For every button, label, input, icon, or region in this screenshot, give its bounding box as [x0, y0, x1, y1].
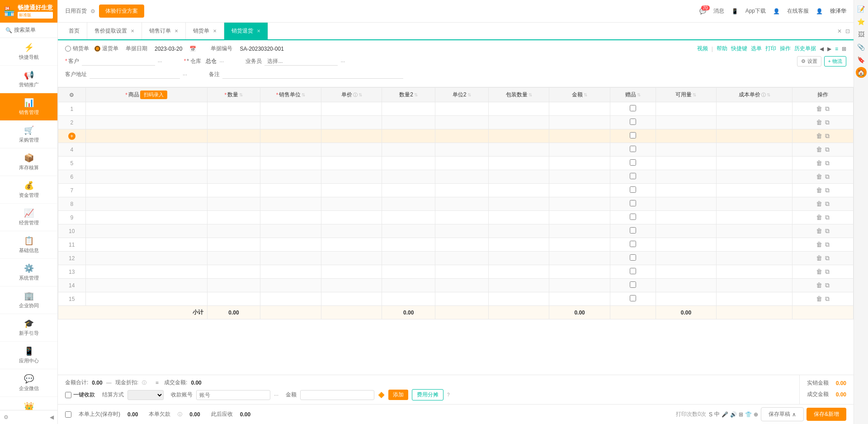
- gift-sort-icon[interactable]: ⇅: [637, 92, 641, 97]
- sale-unit-cell-6[interactable]: [260, 170, 321, 184]
- add-row-icon[interactable]: +: [68, 133, 75, 140]
- unit-price-cell-9[interactable]: [321, 211, 382, 224]
- table-row[interactable]: 11 🗑 ⧉: [58, 238, 854, 252]
- unit-price-cell-12[interactable]: [321, 252, 382, 265]
- gift-checkbox-1[interactable]: [630, 105, 636, 111]
- qty2-cell-9[interactable]: [382, 211, 435, 224]
- available-cell-8[interactable]: [656, 197, 717, 211]
- product-cell-7[interactable]: [85, 184, 207, 197]
- sale-unit-cell-15[interactable]: [260, 292, 321, 306]
- amount-cell-7[interactable]: [549, 184, 610, 197]
- tab-home[interactable]: 首页: [61, 23, 87, 39]
- sale-unit-cell-5[interactable]: [260, 157, 321, 170]
- sidebar-item-basics[interactable]: 📋基础信息: [0, 231, 57, 259]
- account-select-icon[interactable]: ···: [274, 392, 278, 398]
- sidebar-item-wechat[interactable]: 💬企业微信: [0, 369, 57, 397]
- radio-sales[interactable]: 销货单: [65, 45, 89, 52]
- unit-price-cell-7[interactable]: [321, 184, 382, 197]
- toolbar-icon-2[interactable]: 中: [714, 410, 720, 418]
- unit-price-cell-8[interactable]: [321, 197, 382, 211]
- available-cell-15[interactable]: [656, 292, 717, 306]
- save-draft-button[interactable]: 保存草稿 ∧: [761, 407, 804, 421]
- tab-close-sales_return[interactable]: ✕: [257, 29, 260, 33]
- amount-cell-8[interactable]: [549, 197, 610, 211]
- toolbar-icon-3[interactable]: 🎤: [722, 411, 728, 418]
- available-cell-4[interactable]: [656, 143, 717, 157]
- delete-icon-3[interactable]: 🗑: [816, 132, 822, 140]
- pack-qty-cell-7[interactable]: [488, 184, 549, 197]
- pack-qty-cell-13[interactable]: [488, 265, 549, 279]
- qty-cell-1[interactable]: [207, 102, 260, 116]
- tab-sales_order[interactable]: 销售订单✕: [142, 23, 186, 39]
- table-row[interactable]: 5 🗑 ⧉: [58, 157, 854, 170]
- product-cell-11[interactable]: [85, 238, 207, 252]
- unit2-sort-icon[interactable]: ⇅: [467, 92, 471, 97]
- available-cell-3[interactable]: [656, 129, 717, 143]
- collapse-icon[interactable]: ◀: [50, 414, 54, 420]
- toolbar-icon-6[interactable]: 👕: [745, 411, 752, 418]
- remark-input[interactable]: [222, 70, 403, 79]
- table-row[interactable]: + 🗑 ⧉: [58, 129, 854, 143]
- copy-icon-10[interactable]: ⧉: [825, 227, 830, 235]
- copy-icon-9[interactable]: ⧉: [825, 214, 830, 221]
- copy-icon-14[interactable]: ⧉: [825, 281, 830, 289]
- product-cell-15[interactable]: [85, 292, 207, 306]
- available-cell-10[interactable]: [656, 224, 717, 238]
- qty2-cell-6[interactable]: [382, 170, 435, 184]
- copy-icon-3[interactable]: ⧉: [825, 132, 830, 140]
- gear-header-icon[interactable]: ⚙: [69, 92, 74, 98]
- gift-cell-15[interactable]: [610, 292, 656, 306]
- gift-checkbox-12[interactable]: [630, 254, 636, 261]
- unit2-cell-3[interactable]: [435, 129, 489, 143]
- cost-price-cell-13[interactable]: [717, 265, 793, 279]
- sidebar-item-enterprise[interactable]: 🏢企业协同: [0, 286, 57, 314]
- cost-price-cell-10[interactable]: [717, 224, 793, 238]
- qty2-cell-4[interactable]: [382, 143, 435, 157]
- sale-unit-cell-14[interactable]: [260, 279, 321, 292]
- product-cell-3[interactable]: [85, 129, 207, 143]
- qty-cell-2[interactable]: [207, 116, 260, 129]
- cost-price-cell-2[interactable]: [717, 116, 793, 129]
- print-checkbox-label[interactable]: [65, 411, 71, 418]
- qty-cell-12[interactable]: [207, 252, 260, 265]
- delete-icon-5[interactable]: 🗑: [816, 159, 822, 167]
- copy-icon-5[interactable]: ⧉: [825, 159, 830, 167]
- copy-icon-1[interactable]: ⧉: [825, 105, 830, 113]
- product-cell-1[interactable]: [85, 102, 207, 116]
- delete-icon-1[interactable]: 🗑: [816, 105, 822, 113]
- cost-price-cell-3[interactable]: [717, 129, 793, 143]
- qty2-cell-5[interactable]: [382, 157, 435, 170]
- cost-price-cell-6[interactable]: [717, 170, 793, 184]
- unit2-cell-13[interactable]: [435, 265, 489, 279]
- sale-unit-cell-2[interactable]: [260, 116, 321, 129]
- unit-price-cell-5[interactable]: [321, 157, 382, 170]
- address-select-icon[interactable]: ···: [183, 71, 187, 78]
- settings-gear-icon[interactable]: ⚙: [90, 8, 95, 14]
- cost-price-cell-12[interactable]: [717, 252, 793, 265]
- qty2-cell-10[interactable]: [382, 224, 435, 238]
- table-row[interactable]: 15 🗑 ⧉: [58, 292, 854, 306]
- qty-cell-9[interactable]: [207, 211, 260, 224]
- calendar-icon[interactable]: 📅: [189, 46, 196, 52]
- right-panel-icon-2[interactable]: ⭐: [856, 16, 867, 27]
- staff-input[interactable]: [264, 57, 338, 66]
- sale-unit-cell-3[interactable]: [260, 129, 321, 143]
- cost-split-button[interactable]: 费用分摊: [412, 389, 443, 400]
- amount-cell-1[interactable]: [549, 102, 610, 116]
- app-download-label[interactable]: App下载: [745, 7, 766, 15]
- copy-icon-4[interactable]: ⧉: [825, 146, 830, 153]
- operate-link[interactable]: 操作: [780, 45, 791, 52]
- pack-qty-cell-9[interactable]: [488, 211, 549, 224]
- pack-qty-cell-4[interactable]: [488, 143, 549, 157]
- gift-checkbox-10[interactable]: [630, 227, 636, 233]
- select-link[interactable]: 选单: [751, 45, 762, 52]
- unit-price-cell-10[interactable]: [321, 224, 382, 238]
- gift-checkbox-11[interactable]: [630, 241, 636, 247]
- settings-button[interactable]: ⚙ 设置: [797, 56, 821, 67]
- available-sort-icon[interactable]: ⇅: [693, 92, 696, 97]
- unit2-cell-9[interactable]: [435, 211, 489, 224]
- qty-cell-15[interactable]: [207, 292, 260, 306]
- trial-button[interactable]: 体验行业方案: [99, 5, 144, 18]
- gift-checkbox-15[interactable]: [630, 295, 636, 301]
- pack-qty-cell-2[interactable]: [488, 116, 549, 129]
